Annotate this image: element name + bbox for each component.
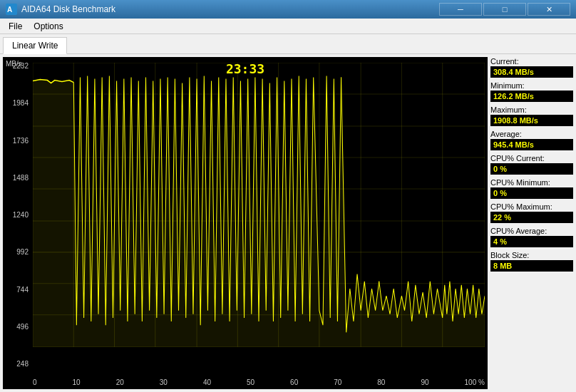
app-icon: A <box>6 4 17 15</box>
x-label-0: 0 <box>33 378 37 386</box>
minimize-button[interactable]: ─ <box>439 3 482 16</box>
stat-average-value: 945.4 MB/s <box>490 139 573 150</box>
stat-block-size: Block Size: 8 MB <box>490 251 573 272</box>
stat-cpu-maximum-label: CPU% Maximum: <box>490 202 573 211</box>
y-label-5: 992 <box>16 249 29 256</box>
menu-file[interactable]: File <box>3 20 28 33</box>
stat-cpu-average-value: 4 % <box>490 236 573 247</box>
chart-area: MB/s 23:33 2232 1984 1736 1488 1240 992 … <box>3 57 488 389</box>
title-bar: A AIDA64 Disk Benchmark ─ □ ✕ <box>0 0 576 19</box>
stat-cpu-average: CPU% Average: 4 % <box>490 227 573 247</box>
y-label-3: 1488 <box>13 175 29 182</box>
stat-maximum-label: Maximum: <box>490 105 573 114</box>
main-content: MB/s 23:33 2232 1984 1736 1488 1240 992 … <box>0 54 576 392</box>
stat-cpu-average-label: CPU% Average: <box>490 227 573 235</box>
x-label-7: 70 <box>334 378 341 386</box>
stat-minimum-value: 126.2 MB/s <box>490 91 573 102</box>
chart-svg <box>33 63 485 347</box>
close-button[interactable]: ✕ <box>528 3 570 16</box>
window-controls: ─ □ ✕ <box>439 3 570 16</box>
tab-linear-write[interactable]: Linear Write <box>3 37 67 54</box>
x-label-6: 60 <box>290 378 298 386</box>
stat-cpu-current: CPU% Current: 0 % <box>490 154 573 175</box>
x-axis: 0 10 20 30 40 50 60 70 80 90 100 % <box>33 378 485 386</box>
window-title: AIDA64 Disk Benchmark <box>21 4 115 14</box>
stat-cpu-minimum-label: CPU% Minimum: <box>490 178 573 187</box>
stat-minimum: Minimum: 126.2 MB/s <box>490 81 573 102</box>
stat-block-size-value: 8 MB <box>490 260 573 272</box>
x-label-5: 50 <box>247 378 254 386</box>
stat-current: Current: 308.4 MB/s <box>490 57 573 78</box>
y-axis: 2232 1984 1736 1488 1240 992 744 496 248 <box>3 63 30 368</box>
y-label-6: 744 <box>16 287 29 294</box>
stat-maximum-value: 1908.8 MB/s <box>490 115 573 126</box>
y-label-8: 248 <box>16 361 29 368</box>
y-label-1: 1984 <box>13 100 29 107</box>
svg-text:A: A <box>7 6 12 14</box>
x-label-8: 80 <box>377 378 385 386</box>
x-label-10: 100 % <box>465 378 485 386</box>
stat-current-label: Current: <box>490 57 573 66</box>
stat-average-label: Average: <box>490 130 573 138</box>
x-label-9: 90 <box>421 378 428 386</box>
stat-cpu-maximum: CPU% Maximum: 22 % <box>490 202 573 223</box>
x-label-4: 40 <box>203 378 211 386</box>
stat-cpu-current-label: CPU% Current: <box>490 154 573 163</box>
y-label-7: 496 <box>16 324 29 331</box>
x-label-1: 10 <box>73 378 81 386</box>
x-label-2: 20 <box>116 378 124 386</box>
stat-current-value: 308.4 MB/s <box>490 66 573 78</box>
stat-cpu-current-value: 0 % <box>490 163 573 175</box>
tab-bar: Linear Write <box>0 34 576 54</box>
menu-bar: File Options <box>0 19 576 34</box>
y-label-4: 1240 <box>13 212 29 219</box>
maximize-button[interactable]: □ <box>483 3 526 16</box>
stat-cpu-minimum: CPU% Minimum: 0 % <box>490 178 573 199</box>
stat-cpu-maximum-value: 22 % <box>490 212 573 223</box>
x-label-3: 30 <box>160 378 168 386</box>
menu-options[interactable]: Options <box>28 20 68 33</box>
stat-cpu-minimum-value: 0 % <box>490 187 573 199</box>
y-label-2: 1736 <box>13 138 29 145</box>
right-panel: Current: 308.4 MB/s Minimum: 126.2 MB/s … <box>490 54 576 392</box>
stat-block-size-label: Block Size: <box>490 251 573 259</box>
y-label-0: 2232 <box>13 63 29 70</box>
stat-minimum-label: Minimum: <box>490 81 573 90</box>
stat-maximum: Maximum: 1908.8 MB/s <box>490 105 573 126</box>
stat-average: Average: 945.4 MB/s <box>490 130 573 150</box>
